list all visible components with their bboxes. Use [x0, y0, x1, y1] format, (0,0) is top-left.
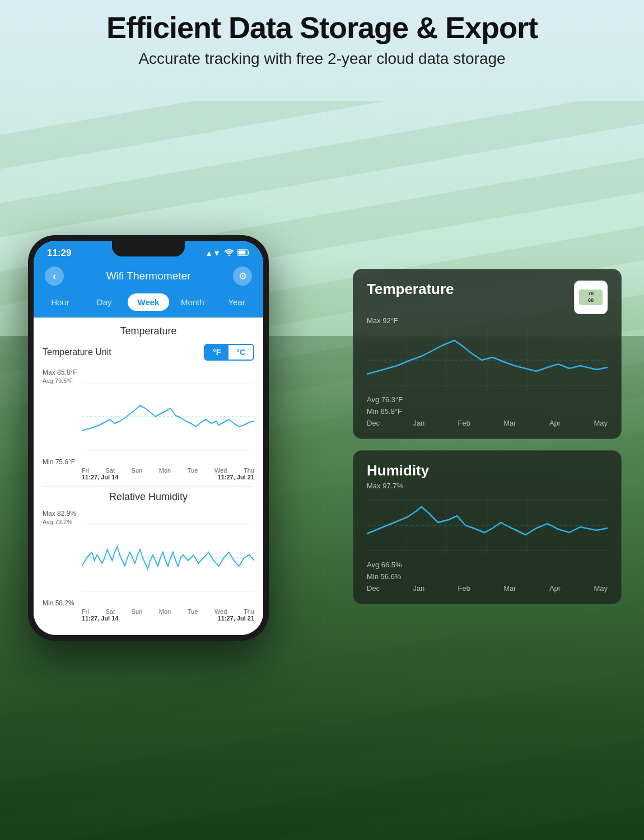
tab-year[interactable]: Year — [216, 293, 258, 311]
temp-x-jan: Jan — [413, 419, 424, 427]
app-title: Wifi Thermometer — [106, 270, 191, 282]
humidity-card-title: Humidity — [367, 462, 429, 479]
temp-card-max: Max 92°F — [367, 316, 608, 325]
svg-rect-2 — [239, 251, 246, 255]
temp-x-sat: Sat — [105, 467, 115, 474]
temp-section-title: Temperature — [43, 325, 254, 337]
temp-date-start: 11:27, Jul 14 — [82, 474, 118, 480]
back-icon: ‹ — [53, 270, 56, 282]
hum-card-x-labels: Dec Jan Feb Mar Apr May — [367, 584, 608, 592]
hum-x-wed: Wed — [214, 608, 227, 615]
hum-avg-label: Avg 73.2% — [43, 519, 72, 525]
hum-date-end: 11:27, Jul 21 — [218, 615, 254, 622]
temp-date-row: 11:27, Jul 14 11:27, Jul 21 — [82, 474, 254, 480]
tab-hour[interactable]: Hour — [39, 293, 81, 311]
status-icons: ▲▼ — [205, 249, 250, 258]
tabs-bar: Hour Day Week Month Year — [34, 293, 263, 318]
temp-card-chart — [367, 329, 608, 391]
hum-date-start: 11:27, Jul 14 — [82, 615, 118, 622]
temp-x-thu: Thu — [244, 467, 254, 474]
unit-label: Temperature Unit — [43, 347, 111, 357]
temp-x-feb: Feb — [458, 419, 470, 427]
back-button[interactable]: ‹ — [45, 267, 64, 286]
divider — [43, 486, 254, 487]
hum-card-min: Min 56.6% — [367, 572, 608, 581]
temp-min-label: Min 75.6°F — [43, 458, 254, 466]
temp-data-card: Temperature 70 60 Max 92°F — [353, 269, 622, 439]
hum-card-max: Max 97.7% — [367, 482, 608, 490]
phone-wrapper: 11:29 ▲▼ — [28, 235, 269, 641]
hum-y-labels: Avg 73.2% — [43, 519, 72, 597]
temp-card-header: Temperature 70 60 — [367, 281, 608, 314]
temp-chart-area: Avg 79.5°F — [43, 377, 254, 456]
unit-c-btn[interactable]: °C — [228, 345, 253, 360]
hum-x-labels: Fri Sat Sun Mon Tue Wed Thu — [82, 608, 254, 615]
hum-date-row: 11:27, Jul 14 11:27, Jul 21 — [82, 615, 254, 622]
device-screen: 70 60 — [579, 290, 603, 305]
unit-f-btn[interactable]: °F — [205, 345, 228, 360]
hum-x-may: May — [594, 584, 608, 592]
device-line1: 70 — [588, 291, 594, 297]
hum-card-avg: Avg 66.5% — [367, 561, 608, 569]
hum-x-fri: Fri — [82, 608, 89, 615]
header-section: Efficient Data Storage & Export Accurate… — [0, 11, 644, 68]
hum-x-sat: Sat — [105, 608, 115, 615]
hum-card-chart — [367, 494, 608, 556]
right-panel: Temperature 70 60 Max 92°F — [353, 269, 622, 615]
hum-x-feb: Feb — [458, 584, 470, 592]
temp-card-title: Temperature — [367, 281, 454, 298]
temp-x-apr: Apr — [549, 419, 561, 427]
hum-min-label: Min 58.2% — [43, 599, 254, 607]
notch — [112, 241, 185, 256]
battery-icon — [237, 249, 250, 258]
wifi-icon — [224, 249, 234, 258]
temp-card-x-labels: Dec Jan Feb Mar Apr May — [367, 419, 608, 427]
temp-x-labels: Fri Sat Sun Mon Tue Wed Thu — [82, 467, 254, 474]
tab-day[interactable]: Day — [83, 293, 125, 311]
temp-x-mar: Mar — [503, 419, 516, 427]
temp-card-avg: Avg 76.3°F — [367, 395, 608, 404]
hum-x-thu: Thu — [244, 608, 254, 615]
device-thumbnail: 70 60 — [574, 281, 608, 314]
temp-chart-svg-wrapper — [82, 377, 254, 456]
hum-max-label: Max 82.9% — [43, 510, 254, 517]
temp-x-dec: Dec — [367, 419, 380, 427]
temp-date-end: 11:27, Jul 21 — [218, 474, 254, 480]
temp-x-mon: Mon — [159, 467, 171, 474]
phone-screen: 11:29 ▲▼ — [34, 241, 263, 635]
temp-x-wed: Wed — [214, 467, 227, 474]
temp-x-sun: Sun — [132, 467, 143, 474]
main-title: Efficient Data Storage & Export — [0, 11, 644, 44]
humidity-card-header: Humidity — [367, 462, 608, 479]
unit-toggle[interactable]: °F °C — [204, 344, 254, 361]
hum-x-apr: Apr — [549, 584, 561, 592]
hum-chart-svg-wrapper — [82, 519, 254, 597]
tab-week[interactable]: Week — [128, 293, 170, 311]
humidity-data-card: Humidity Max 97.7% Avg 66.5% Min 56.6% D… — [353, 450, 622, 604]
temp-x-tue: Tue — [188, 467, 198, 474]
hum-x-mar: Mar — [503, 584, 516, 592]
device-line2: 60 — [588, 297, 594, 304]
humidity-section-title: Relative Humidity — [43, 491, 254, 503]
hum-x-jan: Jan — [413, 584, 424, 592]
signal-icon: ▲▼ — [205, 249, 221, 258]
app-header: ‹ Wifi Thermometer ⚙ — [34, 262, 263, 293]
temp-max-label: Max 85.8°F — [43, 368, 254, 376]
hum-x-tue: Tue — [188, 608, 198, 615]
temp-card-min: Min 65.8°F — [367, 407, 608, 416]
hum-x-sun: Sun — [132, 608, 143, 615]
hum-x-dec: Dec — [367, 584, 380, 592]
temp-x-fri: Fri — [82, 467, 89, 474]
app-content: Temperature Temperature Unit °F °C Max 8… — [34, 318, 263, 635]
svg-point-0 — [228, 254, 230, 256]
unit-row: Temperature Unit °F °C — [43, 344, 254, 361]
temp-y-labels: Avg 79.5°F — [43, 377, 73, 456]
hum-x-mon: Mon — [159, 608, 171, 615]
status-time: 11:29 — [47, 248, 71, 259]
tab-month[interactable]: Month — [171, 293, 213, 311]
settings-button[interactable]: ⚙ — [233, 267, 252, 286]
phone-outer: 11:29 ▲▼ — [28, 235, 269, 641]
hum-chart-area: Avg 73.2% — [43, 519, 254, 597]
settings-icon: ⚙ — [239, 270, 247, 282]
temp-avg-label: Avg 79.5°F — [43, 377, 73, 384]
